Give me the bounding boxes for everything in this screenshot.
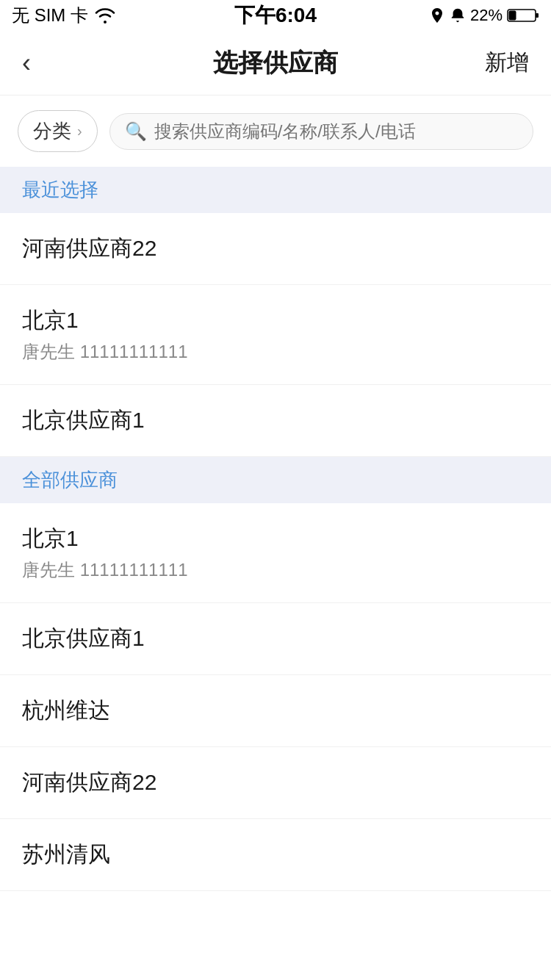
item-name: 北京1 <box>22 524 529 554</box>
add-button[interactable]: 新增 <box>485 48 529 78</box>
alarm-icon <box>450 7 466 24</box>
search-box[interactable]: 🔍 <box>109 113 533 150</box>
search-input[interactable] <box>154 121 518 142</box>
search-icon: 🔍 <box>125 121 147 142</box>
list-item[interactable]: 苏州清风 <box>0 819 551 891</box>
status-time: 下午6:04 <box>234 1 317 29</box>
list-item[interactable]: 杭州维达 <box>0 675 551 747</box>
nav-bar: ‹ 选择供应商 新增 <box>0 31 551 96</box>
battery-icon <box>507 7 539 24</box>
status-right: 22% <box>429 6 539 25</box>
filter-row: 分类 › 🔍 <box>0 96 551 167</box>
wifi-icon <box>94 7 116 24</box>
item-name: 杭州维达 <box>22 696 529 726</box>
list-item[interactable]: 北京1唐先生 11111111111 <box>0 503 551 603</box>
list-item[interactable]: 北京供应商1 <box>0 603 551 675</box>
list-item[interactable]: 河南供应商22 <box>0 213 551 285</box>
item-name: 北京供应商1 <box>22 406 529 436</box>
item-name: 河南供应商22 <box>22 768 529 798</box>
status-left: 无 SIM 卡 <box>12 4 116 27</box>
list-item[interactable]: 北京供应商1 <box>0 385 551 457</box>
all-section-header: 全部供应商 <box>0 457 551 503</box>
item-sub: 唐先生 11111111111 <box>22 558 529 582</box>
item-name: 苏州清风 <box>22 840 529 870</box>
no-sim-text: 无 SIM 卡 <box>12 4 88 27</box>
location-icon <box>429 7 445 24</box>
category-label: 分类 <box>33 118 71 144</box>
recent-section-header: 最近选择 <box>0 167 551 213</box>
all-section-label: 全部供应商 <box>22 469 118 491</box>
item-name: 北京供应商1 <box>22 624 529 654</box>
all-list: 北京1唐先生 11111111111北京供应商1杭州维达河南供应商22苏州清风 <box>0 503 551 891</box>
page-title: 选择供应商 <box>213 46 338 80</box>
recent-section-label: 最近选择 <box>22 179 98 201</box>
status-bar: 无 SIM 卡 下午6:04 22% <box>0 0 551 31</box>
category-button[interactable]: 分类 › <box>18 110 98 152</box>
item-name: 河南供应商22 <box>22 234 529 264</box>
battery-text: 22% <box>470 6 503 25</box>
svg-rect-2 <box>509 11 516 21</box>
back-button[interactable]: ‹ <box>22 48 66 79</box>
chevron-right-icon: › <box>77 123 82 140</box>
list-item[interactable]: 北京1唐先生 11111111111 <box>0 285 551 385</box>
recent-list: 河南供应商22北京1唐先生 11111111111北京供应商1 <box>0 213 551 457</box>
svg-rect-1 <box>536 13 539 18</box>
item-name: 北京1 <box>22 306 529 336</box>
item-sub: 唐先生 11111111111 <box>22 340 529 364</box>
list-item[interactable]: 河南供应商22 <box>0 747 551 819</box>
